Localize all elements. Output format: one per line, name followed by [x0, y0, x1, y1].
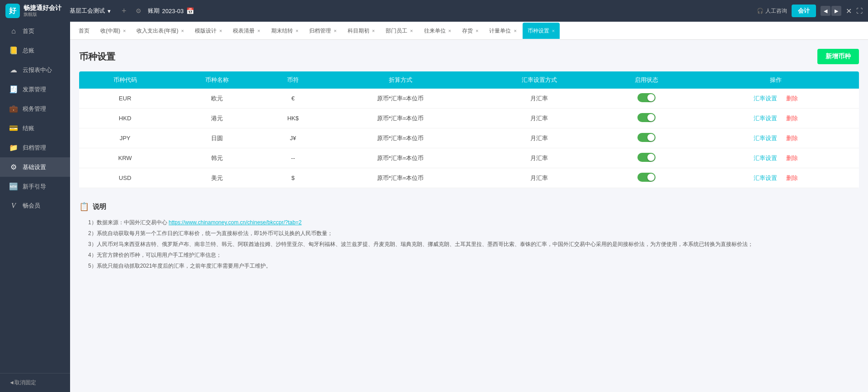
- close-tab-currency[interactable]: ×: [552, 28, 555, 33]
- toggle-status-2[interactable]: [637, 133, 656, 142]
- sidebar-item-guide[interactable]: 🆕 新手引导: [0, 177, 70, 196]
- cell-status: [601, 89, 693, 109]
- nav-next-button[interactable]: ▶: [831, 6, 841, 16]
- sidebar-item-home[interactable]: ⌂ 首页: [0, 22, 70, 41]
- cell-status: [601, 109, 693, 128]
- close-window-button[interactable]: ✕: [846, 7, 852, 15]
- col-header-status: 启用状态: [601, 71, 693, 89]
- tab-label-inventory: 存货: [462, 27, 473, 35]
- delete-link-2[interactable]: 删除: [786, 135, 798, 142]
- tab-period-end[interactable]: 期末结转 ×: [266, 23, 303, 39]
- sidebar-label-settle: 结账: [23, 124, 34, 132]
- delete-link-0[interactable]: 删除: [786, 95, 798, 102]
- sidebar-label-ledger: 总账: [23, 47, 34, 55]
- tab-tax[interactable]: 税表清册 ×: [228, 23, 265, 39]
- cell-code: HKD: [79, 109, 171, 128]
- settings-icon[interactable]: ⚙: [134, 7, 143, 14]
- ledger-icon: 📒: [9, 46, 18, 55]
- cell-rate-type: 月汇率: [477, 168, 601, 188]
- company-name: 基层工会测试: [70, 7, 105, 15]
- headset-icon: 🎧: [757, 8, 764, 14]
- tab-template[interactable]: 模版设计 ×: [190, 23, 227, 39]
- pin-toggle[interactable]: ◄取消固定: [0, 373, 70, 392]
- close-tab-inventory[interactable]: ×: [476, 28, 478, 33]
- col-header-calc: 折算方式: [323, 71, 477, 89]
- toggle-status-1[interactable]: [637, 113, 656, 122]
- sidebar-item-tax[interactable]: 💼 税务管理: [0, 99, 70, 118]
- cell-rate-type: 月汇率: [477, 89, 601, 109]
- sidebar: ⌂ 首页 📒 总账 ☁ 云报表中心 🧾 发票管理 💼 税务管理 💳 结账: [0, 22, 70, 392]
- cell-symbol: €: [263, 89, 323, 109]
- cell-symbol: J¥: [263, 128, 323, 148]
- table-row: EUR 欧元 € 原币*汇率=本位币 月汇率 汇率设置 删除: [79, 89, 859, 109]
- delete-link-1[interactable]: 删除: [786, 115, 798, 122]
- sidebar-item-member[interactable]: V 畅会员: [0, 196, 70, 215]
- cell-status: [601, 168, 693, 188]
- cell-actions: 汇率设置 删除: [693, 148, 859, 168]
- tab-archive-mgmt[interactable]: 归档管理 ×: [304, 23, 341, 39]
- tab-unit[interactable]: 计量单位 ×: [484, 23, 521, 39]
- rate-setting-link-1[interactable]: 汇率设置: [754, 115, 777, 122]
- gear-icon: ⚙: [9, 163, 18, 171]
- company-selector[interactable]: 基层工会测试 ▾: [66, 5, 114, 17]
- notice-icon: 📋: [79, 202, 89, 212]
- new-currency-button[interactable]: 新增币种: [817, 49, 859, 64]
- close-tab-period-end[interactable]: ×: [296, 28, 298, 33]
- close-tab-template[interactable]: ×: [219, 28, 222, 33]
- currency-table: 币种代码 币种名称 币符 折算方式 汇率设置方式 启用状态 操作 EUR 欧元 …: [79, 71, 859, 188]
- close-tab-unit[interactable]: ×: [514, 28, 516, 33]
- tab-balance[interactable]: 收(中期) ×: [95, 23, 131, 39]
- rate-setting-link-3[interactable]: 汇率设置: [754, 155, 777, 161]
- help-button[interactable]: 🎧 人工咨询: [757, 7, 787, 15]
- tab-home[interactable]: 首页: [74, 23, 94, 39]
- close-tab-archive-mgmt[interactable]: ×: [334, 28, 336, 33]
- cell-calc: 原币*汇率=本位币: [323, 148, 477, 168]
- close-tab-department[interactable]: ×: [410, 28, 413, 33]
- rate-setting-link-4[interactable]: 汇率设置: [754, 175, 777, 181]
- sidebar-item-archive[interactable]: 📁 归档管理: [0, 138, 70, 157]
- tab-income[interactable]: 收入支出表(年报) ×: [132, 23, 189, 39]
- calendar-icon[interactable]: 📅: [186, 7, 194, 14]
- rate-setting-link-2[interactable]: 汇率设置: [754, 135, 777, 142]
- tab-label-tax: 税表清册: [233, 27, 255, 35]
- sidebar-item-basic-settings[interactable]: ⚙ 基础设置: [0, 157, 70, 177]
- cell-code: KRW: [79, 148, 171, 168]
- top-bar-right: 🎧 人工咨询 会计 ◀ ▶ ✕ ⛶: [757, 5, 863, 17]
- cell-name: 日圆: [171, 128, 263, 148]
- sidebar-item-invoice[interactable]: 🧾 发票管理: [0, 80, 70, 99]
- close-tab-balance[interactable]: ×: [123, 28, 126, 33]
- delete-link-3[interactable]: 删除: [786, 155, 798, 161]
- expand-button[interactable]: ⛶: [856, 7, 863, 14]
- col-header-code: 币种代码: [79, 71, 171, 89]
- tab-label-template: 模版设计: [195, 27, 217, 35]
- tab-subject[interactable]: 科目期初 ×: [343, 23, 380, 39]
- sidebar-item-settle[interactable]: 💳 结账: [0, 118, 70, 138]
- toggle-status-0[interactable]: [637, 93, 656, 102]
- tab-currency[interactable]: 币种设置 ×: [523, 23, 560, 39]
- cell-rate-type: 月汇率: [477, 109, 601, 128]
- sidebar-item-reports[interactable]: ☁ 云报表中心: [0, 60, 70, 80]
- logo-text-block: 畅捷通好会计 旗舰版: [24, 4, 61, 18]
- tab-contacts[interactable]: 往来单位 ×: [419, 23, 456, 39]
- col-header-symbol: 币符: [263, 71, 323, 89]
- toggle-status-3[interactable]: [637, 153, 656, 162]
- notice-title-row: 📋 说明: [79, 202, 859, 212]
- main-layout: ⌂ 首页 📒 总账 ☁ 云报表中心 🧾 发票管理 💼 税务管理 💳 结账: [0, 22, 868, 392]
- close-tab-subject[interactable]: ×: [372, 28, 375, 33]
- close-tab-tax[interactable]: ×: [257, 28, 260, 33]
- cell-name: 韩元: [171, 148, 263, 168]
- close-tab-contacts[interactable]: ×: [448, 28, 451, 33]
- tab-department[interactable]: 部门员工 ×: [381, 23, 418, 39]
- cell-symbol: $: [263, 168, 323, 188]
- notice-link[interactable]: https://www.chinamoney.com.cn/chinese/bk…: [169, 219, 302, 226]
- close-tab-income[interactable]: ×: [181, 28, 184, 33]
- add-tab-button[interactable]: +: [119, 6, 129, 16]
- nav-prev-button[interactable]: ◀: [821, 6, 830, 16]
- toggle-status-4[interactable]: [637, 173, 656, 182]
- notice-title-text: 说明: [93, 203, 106, 211]
- tab-inventory[interactable]: 存货 ×: [457, 23, 483, 39]
- sidebar-item-ledger[interactable]: 📒 总账: [0, 41, 70, 60]
- rate-setting-link-0[interactable]: 汇率设置: [754, 95, 777, 102]
- account-button[interactable]: 会计: [792, 5, 816, 17]
- delete-link-4[interactable]: 删除: [786, 175, 798, 181]
